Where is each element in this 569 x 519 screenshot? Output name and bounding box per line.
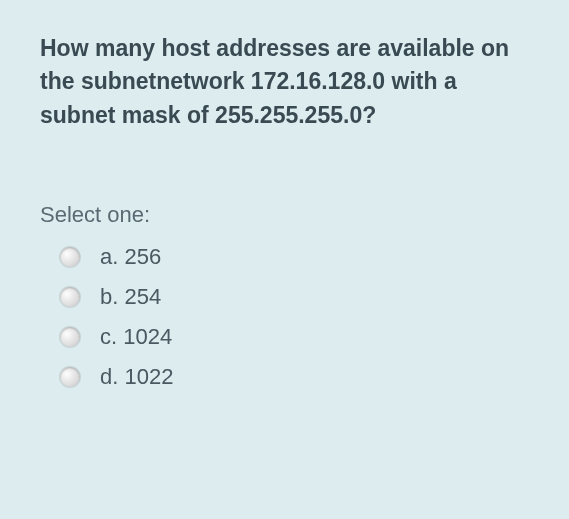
option-label: c. 1024 (100, 324, 172, 350)
question-text: How many host addresses are available on… (40, 32, 529, 132)
option-letter: c. (100, 324, 117, 349)
radio-icon[interactable] (60, 247, 80, 267)
option-text: 1024 (123, 324, 172, 349)
option-text: 256 (124, 244, 161, 269)
option-label: d. 1022 (100, 364, 173, 390)
options-list: a. 256 b. 254 c. 1024 d. 1022 (40, 244, 529, 390)
option-label: b. 254 (100, 284, 161, 310)
option-c[interactable]: c. 1024 (60, 324, 529, 350)
option-letter: a. (100, 244, 118, 269)
radio-icon[interactable] (60, 367, 80, 387)
option-b[interactable]: b. 254 (60, 284, 529, 310)
radio-icon[interactable] (60, 287, 80, 307)
radio-icon[interactable] (60, 327, 80, 347)
option-letter: b. (100, 284, 118, 309)
option-text: 1022 (124, 364, 173, 389)
option-d[interactable]: d. 1022 (60, 364, 529, 390)
option-a[interactable]: a. 256 (60, 244, 529, 270)
option-letter: d. (100, 364, 118, 389)
select-prompt: Select one: (40, 202, 529, 228)
option-label: a. 256 (100, 244, 161, 270)
option-text: 254 (124, 284, 161, 309)
